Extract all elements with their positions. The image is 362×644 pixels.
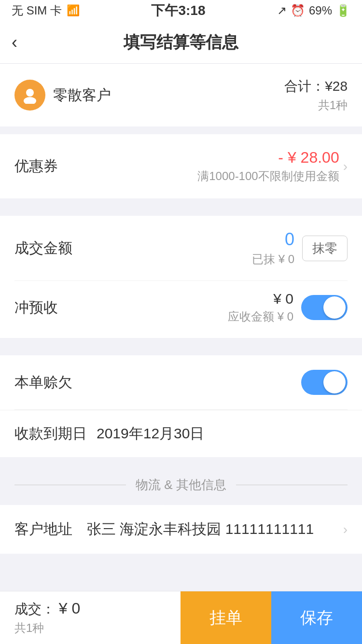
customer-name: 零散客户 xyxy=(53,85,111,105)
customer-right: 合计：¥28 共1种 xyxy=(284,77,348,113)
section-separator-1 xyxy=(0,206,362,216)
transaction-label: 成交金额 xyxy=(14,238,72,258)
credit-label: 本单赊欠 xyxy=(14,373,72,392)
transaction-sub: 已抹 ¥ 0 xyxy=(252,252,294,267)
due-date-label: 收款到期日 xyxy=(14,424,87,444)
bottom-info: 成交： ¥ 0 共1种 xyxy=(0,600,181,636)
address-label: 客户地址 xyxy=(14,519,72,539)
prepay-col: ¥ 0 应收金额 ¥ 0 xyxy=(228,291,293,324)
status-right: ↗ ⏰ 69% 🔋 xyxy=(277,4,350,17)
coupon-desc: 满1000-100不限制使用金额 xyxy=(197,168,339,184)
credit-toggle[interactable] xyxy=(301,370,348,395)
chevron-right-icon: › xyxy=(343,159,348,174)
credit-row: 本单赊欠 xyxy=(0,355,362,409)
transaction-row: 成交金额 0 已抹 ¥ 0 抹零 xyxy=(0,216,362,280)
address-section: 客户地址 张三 海淀永丰科技园 11111111111 › xyxy=(0,505,362,554)
page-title: 填写结算等信息 xyxy=(124,31,238,54)
coupon-section: 优惠券 - ¥ 28.00 满1000-100不限制使用金额 › xyxy=(0,134,362,198)
address-chevron-icon: › xyxy=(343,522,348,537)
prepay-row: 冲预收 ¥ 0 应收金额 ¥ 0 xyxy=(0,281,362,338)
credit-toggle-knob xyxy=(323,371,346,393)
transaction-section: 成交金额 0 已抹 ¥ 0 抹零 冲预收 ¥ 0 应收金额 ¥ 0 xyxy=(0,216,362,338)
status-time: 下午3:18 xyxy=(151,1,205,20)
address-row[interactable]: 客户地址 张三 海淀永丰科技园 11111111111 › xyxy=(0,505,362,554)
svg-point-0 xyxy=(26,89,34,97)
due-date-value: 2019年12月30日 xyxy=(97,424,204,444)
prepay-right: ¥ 0 应收金额 ¥ 0 xyxy=(228,291,348,324)
status-left: 无 SIM 卡 📶 xyxy=(12,3,80,18)
customer-total: 合计：¥28 xyxy=(284,77,348,96)
save-button[interactable]: 保存 xyxy=(271,591,362,644)
credit-section: 本单赊欠 收款到期日 2019年12月30日 xyxy=(0,355,362,457)
prepay-sub: 应收金额 ¥ 0 xyxy=(228,309,293,324)
wifi-icon: 📶 xyxy=(67,4,80,17)
hold-button[interactable]: 挂单 xyxy=(181,591,271,644)
location-icon: ↗ xyxy=(277,4,287,17)
amount-col: 0 已抹 ¥ 0 xyxy=(252,229,294,267)
due-date-row: 收款到期日 2019年12月30日 xyxy=(0,410,362,457)
battery-level: 69% xyxy=(309,4,332,17)
coupon-right-content: - ¥ 28.00 满1000-100不限制使用金额 xyxy=(197,149,339,184)
coupon-right: - ¥ 28.00 满1000-100不限制使用金额 › xyxy=(197,149,348,184)
logistics-header: 物流 & 其他信息 xyxy=(0,465,362,505)
bottom-deal-row: 成交： ¥ 0 xyxy=(14,600,166,618)
logistics-section: 物流 & 其他信息 xyxy=(0,465,362,505)
avatar xyxy=(14,80,45,111)
bottom-deal-label: 成交： xyxy=(14,602,55,616)
logistics-title: 物流 & 其他信息 xyxy=(136,476,226,493)
sim-status: 无 SIM 卡 xyxy=(12,3,62,18)
bottom-deal-amount: ¥ 0 xyxy=(59,600,80,617)
round-zero-button[interactable]: 抹零 xyxy=(302,236,348,261)
back-button[interactable]: ‹ xyxy=(12,32,17,53)
battery-icon: 🔋 xyxy=(336,4,350,17)
svg-point-1 xyxy=(24,97,36,104)
prepay-amount: ¥ 0 xyxy=(228,291,293,307)
bottom-bar: 成交： ¥ 0 共1种 挂单 保存 xyxy=(0,591,362,644)
nav-bar: ‹ 填写结算等信息 xyxy=(0,21,362,64)
customer-row: 零散客户 合计：¥28 共1种 xyxy=(0,64,362,126)
prepay-label: 冲预收 xyxy=(14,298,58,318)
prepay-toggle[interactable] xyxy=(301,295,348,320)
bottom-count: 共1种 xyxy=(14,620,166,636)
alarm-icon: ⏰ xyxy=(291,4,305,17)
customer-section: 零散客户 合计：¥28 共1种 xyxy=(0,64,362,126)
logistics-line-left xyxy=(14,485,126,485)
section-separator-2 xyxy=(0,338,362,348)
address-value: 张三 海淀永丰科技园 11111111111 xyxy=(87,519,343,539)
transaction-right: 0 已抹 ¥ 0 抹零 xyxy=(252,229,348,267)
customer-left: 零散客户 xyxy=(14,80,111,111)
coupon-row[interactable]: 优惠券 - ¥ 28.00 满1000-100不限制使用金额 › xyxy=(0,134,362,198)
coupon-amount: - ¥ 28.00 xyxy=(197,149,339,167)
coupon-label: 优惠券 xyxy=(14,156,58,176)
transaction-amount[interactable]: 0 xyxy=(265,229,294,250)
logistics-line-right xyxy=(236,485,348,485)
customer-count: 共1种 xyxy=(284,98,348,113)
toggle-knob xyxy=(323,296,346,319)
status-bar: 无 SIM 卡 📶 下午3:18 ↗ ⏰ 69% 🔋 xyxy=(0,0,362,21)
